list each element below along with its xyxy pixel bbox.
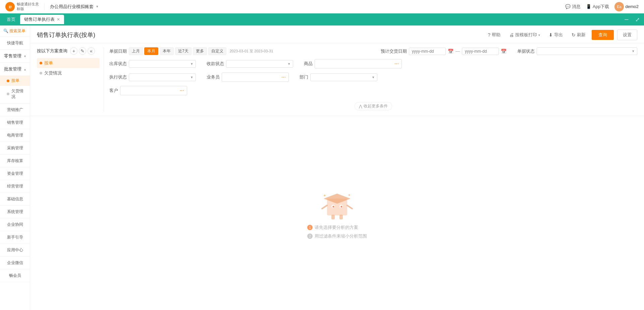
export-btn[interactable]: ⬇ 导出 [546, 31, 566, 39]
filter-left: 按以下方案查询 + ✎ « 按单 欠货情况 [37, 47, 104, 112]
collapse-up-icon: ⋀ [359, 104, 362, 109]
filter-right: 单据日期 上月 本月 本年 近7天 更多 自定义 2023-03-01 至 20… [104, 47, 637, 112]
tab-maximize-btn[interactable]: ⤢ [633, 15, 641, 23]
department-dropdown-icon: ▾ [372, 75, 374, 80]
date-more-btn[interactable]: 更多 [193, 47, 207, 55]
expected-date-to-icon[interactable]: 📅 [501, 49, 506, 54]
svg-line-8 [322, 205, 327, 209]
refresh-btn[interactable]: ↻ 刷新 [569, 31, 588, 39]
print-btn[interactable]: 🖨 按模板打印 ▾ [506, 31, 543, 39]
settings-btn[interactable]: 设置 [617, 30, 637, 40]
sidebar-item-quick-nav[interactable]: 快捷导航 [0, 37, 30, 50]
tab-minimize-btn[interactable]: ─ [623, 15, 631, 23]
collapse-scheme-btn[interactable]: « [88, 47, 95, 55]
payment-dropdown-icon: ▾ [288, 62, 290, 66]
tab-sales-order-list[interactable]: 销售订单执行表 ✕ [20, 15, 64, 24]
sidebar-item-newbie[interactable]: 新手引导 [0, 231, 30, 244]
execution-status-label: 执行状态 [109, 74, 127, 80]
payment-status-select[interactable]: ▾ [226, 60, 293, 68]
sidebar-search[interactable]: 🔍 搜索菜单 [0, 25, 30, 37]
salesman-label: 业务员 [207, 74, 220, 80]
filter-field-expected-date: 预计交货日期 📅 — 📅 [381, 48, 506, 55]
sidebar-item-operations[interactable]: 经营管理 [0, 180, 30, 193]
empty-step-1: 1 请先选择要分析的方案 [307, 224, 367, 230]
shipment-dropdown-icon: ▾ [191, 62, 193, 66]
sidebar-item-sales[interactable]: 销售管理 [0, 116, 30, 129]
sidebar-item-inventory[interactable]: 库存核算 [0, 155, 30, 167]
sidebar-child-debt[interactable]: 欠货情况 [0, 86, 30, 102]
logo-area: 好 畅捷通好生意 标版 [5, 2, 39, 11]
logo-text: 畅捷通好生意 标版 [17, 2, 39, 11]
sidebar-item-basic[interactable]: 基础信息 [0, 193, 30, 206]
scheme-item-order[interactable]: 按单 [37, 58, 100, 68]
help-btn[interactable]: ? 帮助 [485, 31, 503, 39]
sidebar-item-system[interactable]: 系统管理 [0, 206, 30, 218]
goods-label: 商品 [304, 61, 313, 67]
filter-field-execution-status: 执行状态 ▾ [109, 73, 196, 81]
shipment-status-select[interactable]: ▾ [129, 60, 196, 68]
page-actions: ? 帮助 🖨 按模板打印 ▾ ⬇ 导出 ↻ 刷新 查询 设置 [485, 30, 637, 40]
order-status-label: 单据状态 [517, 48, 535, 54]
expected-date-to-input[interactable] [462, 48, 499, 55]
tab-home[interactable]: 首页 [3, 15, 19, 24]
tab-close-icon[interactable]: ✕ [57, 17, 60, 21]
date-current-month-btn[interactable]: 本月 [144, 47, 158, 55]
date-shortcut-group: 上月 本月 本年 近7天 更多 自定义 [129, 47, 226, 55]
filter-section: 按以下方案查询 + ✎ « 按单 欠货情况 [37, 47, 637, 112]
sidebar-item-ecommerce[interactable]: 电商管理 [0, 129, 30, 142]
header-dropdown-icon[interactable]: ▾ [96, 4, 98, 9]
sidebar-item-marketing[interactable]: 营销推广 [0, 104, 30, 116]
filter-scheme-header: 按以下方案查询 + ✎ « [37, 47, 100, 55]
date-current-year-btn[interactable]: 本年 [160, 47, 174, 55]
customer-label: 客户 [109, 88, 118, 94]
tab-bar-actions: ─ ⤢ [623, 15, 641, 23]
svg-text:✦: ✦ [348, 193, 351, 197]
expected-date-from-input[interactable] [409, 48, 446, 55]
filter-field-shipment-status: 出库状态 ▾ [109, 60, 196, 68]
department-select[interactable]: ▾ [310, 73, 377, 81]
add-scheme-btn[interactable]: + [70, 47, 77, 55]
wholesale-chevron-icon: ▴ [24, 67, 26, 71]
tab-bar: 首页 销售订单执行表 ✕ ─ ⤢ [0, 13, 644, 25]
svg-rect-11 [339, 215, 343, 219]
payment-status-label: 收款状态 [207, 61, 224, 67]
query-btn[interactable]: 查询 [592, 30, 614, 40]
date-separator: — [455, 49, 460, 54]
execution-status-select[interactable]: ▾ [129, 73, 196, 81]
salesman-more-icon: ··· [281, 74, 286, 80]
date-last-month-btn[interactable]: 上月 [129, 47, 143, 55]
help-icon: ? [488, 32, 490, 38]
sidebar-item-member[interactable]: 畅会员 [0, 269, 30, 282]
print-dropdown-icon: ▾ [538, 33, 540, 37]
retail-chevron-icon: ▾ [24, 54, 26, 58]
message-action[interactable]: 💬 消息 [565, 4, 581, 10]
sidebar-item-app-center[interactable]: 应用中心 [0, 244, 30, 257]
goods-more-icon: ··· [394, 61, 399, 67]
salesman-input[interactable]: ··· [222, 72, 289, 82]
print-icon: 🖨 [509, 32, 514, 38]
execution-dropdown-icon: ▾ [191, 75, 193, 80]
sidebar-item-finance[interactable]: 资金管理 [0, 167, 30, 180]
edit-scheme-btn[interactable]: ✎ [79, 47, 86, 55]
date-label: 单据日期 [109, 48, 127, 54]
sidebar-item-purchase[interactable]: 采购管理 [0, 142, 30, 155]
sidebar-child-order[interactable]: 按单 [0, 75, 30, 86]
date-custom-btn[interactable]: 自定义 [208, 47, 226, 55]
user-avatar: Ea [614, 2, 624, 11]
user-area[interactable]: Ea demo2 [614, 2, 639, 11]
customer-input[interactable]: ··· [120, 86, 187, 95]
expected-date-from-icon[interactable]: 📅 [448, 49, 453, 54]
order-status-select[interactable]: ▾ [537, 47, 637, 55]
main-layout: 🔍 搜索菜单 快捷导航 零售管理 ▾ 批发管理 ▴ 按单 [0, 25, 644, 310]
sidebar-group-wholesale: 批发管理 ▴ 按单 欠货情况 [0, 63, 30, 104]
date-last7days-btn[interactable]: 近7天 [175, 47, 192, 55]
collapse-btn[interactable]: ⋀ 收起更多条件 [355, 102, 392, 110]
goods-input[interactable]: ··· [315, 59, 402, 68]
sidebar-item-enterprise-wechat[interactable]: 企业微信 [0, 257, 30, 269]
sidebar-item-wholesale[interactable]: 批发管理 ▴ [0, 63, 30, 75]
sidebar-item-enterprise[interactable]: 企业协同 [0, 218, 30, 231]
content-area: 销售订单执行表(按单) ? 帮助 🖨 按模板打印 ▾ ⬇ 导出 ↻ 刷新 [30, 25, 644, 310]
app-download-action[interactable]: 📱 App下载 [586, 4, 609, 10]
sidebar-item-retail[interactable]: 零售管理 ▾ [0, 50, 30, 62]
scheme-item-debt[interactable]: 欠货情况 [37, 68, 100, 78]
